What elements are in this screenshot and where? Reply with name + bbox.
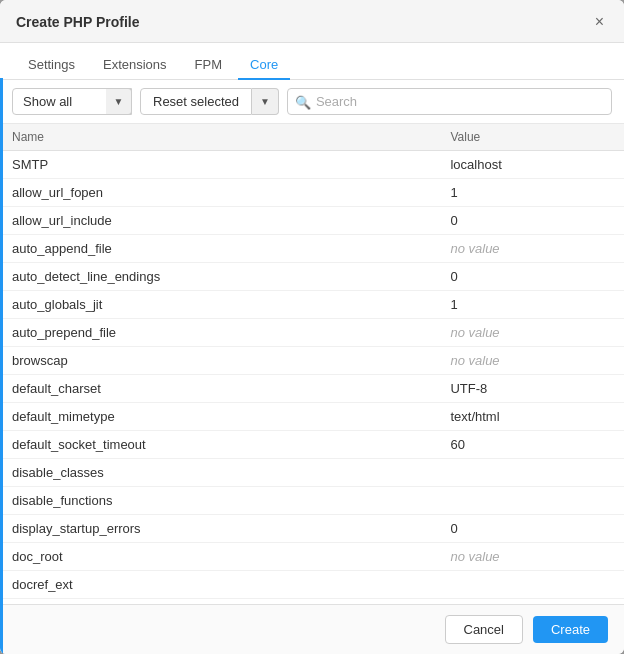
show-all-arrow-icon: ▼ [106,88,132,115]
row-name-cell: disable_classes [0,459,438,487]
table-row: allow_url_include0 [0,207,624,235]
table-row: default_socket_timeout60 [0,431,624,459]
table-row: auto_append_fileno value [0,235,624,263]
table-row: browscapno value [0,347,624,375]
table-row: disable_functions [0,487,624,515]
create-button[interactable]: Create [533,616,608,643]
table-row: auto_prepend_fileno value [0,319,624,347]
row-name-cell: default_socket_timeout [0,431,438,459]
row-name-cell: auto_prepend_file [0,319,438,347]
search-input[interactable] [287,88,612,115]
row-name-cell: default_mimetype [0,403,438,431]
modal-header: Create PHP Profile × [0,0,624,43]
table-row: disable_classes [0,459,624,487]
row-value-cell: UTF-8 [438,375,624,403]
row-value-cell: no value [438,543,624,571]
row-name-cell: browscap [0,347,438,375]
col-header-name: Name [0,124,438,151]
row-value-cell: text/html [438,403,624,431]
col-header-value: Value [438,124,624,151]
row-value-cell: 1 [438,291,624,319]
row-value-cell: 0 [438,515,624,543]
row-value-cell [438,459,624,487]
tab-core[interactable]: Core [238,51,290,80]
row-name-cell: allow_url_include [0,207,438,235]
reset-selected-group: Reset selected ▼ [140,88,279,115]
table-body: SMTPlocalhostallow_url_fopen1allow_url_i… [0,151,624,605]
row-value-cell: 0 [438,263,624,291]
table-row: doc_rootno value [0,543,624,571]
table-row: docref_ext [0,571,624,599]
row-name-cell: docref_ext [0,571,438,599]
tab-bar: Settings Extensions FPM Core [0,43,624,80]
row-value-cell [438,571,624,599]
row-value-cell: no value [438,347,624,375]
row-name-cell: display_startup_errors [0,515,438,543]
modal-footer: Cancel Create [0,604,624,654]
row-value-cell: no value [438,319,624,347]
table-header-row: Name Value [0,124,624,151]
row-name-cell: disable_functions [0,487,438,515]
row-value-cell: 60 [438,431,624,459]
table-row: auto_globals_jit1 [0,291,624,319]
tab-fpm[interactable]: FPM [183,51,234,80]
create-php-profile-modal: Create PHP Profile × Settings Extensions… [0,0,624,654]
row-name-cell: auto_globals_jit [0,291,438,319]
table-row: SMTPlocalhost [0,151,624,179]
search-icon: 🔍 [295,94,311,109]
search-wrapper: 🔍 [287,88,612,115]
table-row: allow_url_fopen1 [0,179,624,207]
modal-title: Create PHP Profile [16,14,139,30]
row-value-cell: no value [438,235,624,263]
row-name-cell: allow_url_fopen [0,179,438,207]
left-accent [0,78,3,654]
settings-table: Name Value SMTPlocalhostallow_url_fopen1… [0,124,624,604]
cancel-button[interactable]: Cancel [445,615,523,644]
row-name-cell: SMTP [0,151,438,179]
table-row: display_startup_errors0 [0,515,624,543]
tab-extensions[interactable]: Extensions [91,51,179,80]
row-name-cell: auto_append_file [0,235,438,263]
table-row: auto_detect_line_endings0 [0,263,624,291]
row-name-cell: auto_detect_line_endings [0,263,438,291]
settings-table-container: Name Value SMTPlocalhostallow_url_fopen1… [0,124,624,604]
reset-selected-button[interactable]: Reset selected [140,88,252,115]
toolbar: Show all ▼ Reset selected ▼ 🔍 [0,80,624,124]
table-row: default_charsetUTF-8 [0,375,624,403]
tab-settings[interactable]: Settings [16,51,87,80]
reset-selected-dropdown-button[interactable]: ▼ [252,88,279,115]
row-value-cell [438,487,624,515]
row-name-cell: doc_root [0,543,438,571]
row-name-cell: default_charset [0,375,438,403]
table-row: default_mimetypetext/html [0,403,624,431]
row-value-cell: 0 [438,207,624,235]
row-value-cell: localhost [438,151,624,179]
show-all-dropdown[interactable]: Show all ▼ [12,88,132,115]
row-value-cell: 1 [438,179,624,207]
close-button[interactable]: × [591,12,608,32]
